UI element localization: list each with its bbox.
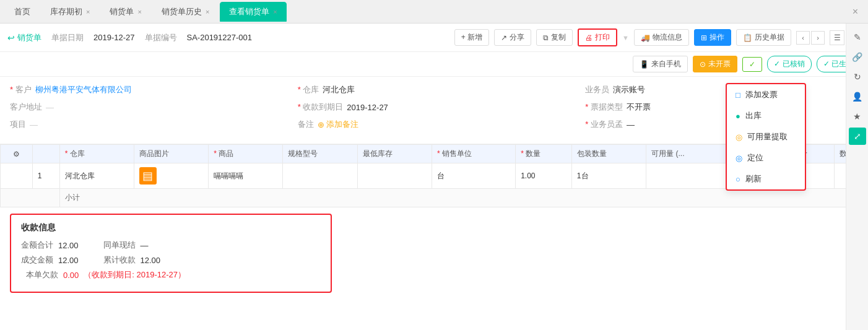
total-received-label: 累计收款	[103, 254, 136, 266]
phone-icon: 📱	[640, 60, 649, 69]
sidebar-expand-button[interactable]: ⤢	[849, 128, 866, 145]
plus-icon: ⊕	[318, 120, 324, 129]
refresh-item[interactable]: ○ 刷新	[727, 168, 805, 189]
staff-field: 业务员 演示账号	[585, 84, 858, 95]
outstanding-field: 本单欠款 0.00 （收款到期日: 2019-12-27）	[21, 269, 186, 280]
close-sales-tab[interactable]: ×	[137, 8, 141, 15]
address-label: 客户地址	[10, 102, 42, 113]
gear-icon[interactable]: ⚙	[13, 150, 20, 158]
print-icon: 🖨	[585, 33, 592, 42]
outbound-item[interactable]: ● 出库	[727, 105, 805, 126]
nav-arrows: ‹ ›	[796, 31, 825, 45]
close-view-sales-tab[interactable]: ×	[273, 8, 277, 15]
copy-button[interactable]: ⧉ 复制	[536, 29, 573, 46]
tab-home[interactable]: 首页	[5, 2, 40, 22]
tab-sales[interactable]: 销货单 ×	[100, 2, 150, 22]
outstanding-suffix: （收款到期日: 2019-12-27）	[84, 269, 186, 280]
payment-date-field: 收款到期日 2019-12-27	[298, 102, 571, 113]
locate-icon: ◎	[736, 154, 742, 163]
deal-amount-field: 成交金额 12.00	[21, 254, 79, 266]
deal-amount-label: 成交金额	[21, 254, 53, 266]
close-sales-history-tab[interactable]: ×	[206, 8, 209, 15]
row-gear	[1, 163, 33, 189]
payment-info-title: 收款信息	[21, 222, 321, 233]
locate-item[interactable]: ◎ 定位	[727, 147, 805, 168]
tab-sales-history[interactable]: 销货单历史 ×	[152, 2, 219, 22]
share-icon: ↗	[501, 33, 507, 42]
same-order-settle-field: 同单现结 —	[103, 240, 149, 251]
col-product-img: 商品图片	[134, 145, 208, 163]
warehouse-value: 河北仓库	[323, 84, 355, 95]
col-qty: * 数量	[516, 145, 572, 163]
outbound-icon: ●	[736, 111, 740, 121]
subtotal-gear	[1, 189, 60, 207]
tab-view-sales[interactable]: 查看销货单 ×	[220, 2, 286, 22]
window-close-button[interactable]: ×	[848, 6, 863, 17]
nav-prev-button[interactable]: ‹	[796, 31, 810, 45]
not-opened-button[interactable]: ⊙ 未开票	[693, 56, 737, 72]
sidebar-star-button[interactable]: ★	[849, 108, 866, 125]
row-min-stock	[357, 163, 432, 189]
payment-info: 收款信息 金额合计 12.00 同单现结 — 成交金额 12.00 累计收款	[10, 214, 332, 293]
address-field: 客户地址 —	[10, 102, 283, 113]
total-received-value: 12.00	[141, 256, 161, 265]
row-product-img: ▤	[134, 163, 208, 189]
sales-staff-label: 业务员孟	[585, 119, 623, 130]
outstanding-label2: 本单欠款	[26, 269, 58, 280]
invoice-icon: □	[736, 90, 740, 100]
deal-amount-value: 12.00	[58, 256, 79, 265]
note-field: 备注 ⊕ 添加备注	[298, 119, 571, 130]
ticket-icon: ⊙	[700, 60, 706, 69]
from-phone-button[interactable]: 📱 来自手机	[633, 56, 688, 72]
available-qty-item[interactable]: ◎ 可用量提取	[727, 126, 805, 147]
sales-order-icon: ↩	[7, 33, 15, 43]
history-button[interactable]: 📋 历史单据	[736, 29, 791, 46]
outbound-label: 出库	[745, 110, 762, 121]
status-sold-button[interactable]: ✓ 已核销	[767, 56, 811, 72]
sidebar-edit-button[interactable]: ✎	[849, 28, 866, 46]
row-pack-qty: 1台	[571, 163, 646, 189]
subtotal-label: 小计	[59, 189, 867, 207]
close-inventory-tab[interactable]: ×	[86, 8, 90, 15]
list-view-button[interactable]: ☰	[830, 30, 844, 45]
history-icon: 📋	[743, 33, 752, 42]
ticket-field: 票据类型 不开票	[585, 102, 858, 113]
nav-next-button[interactable]: ›	[811, 31, 825, 45]
tab-inventory[interactable]: 库存期初 ×	[41, 2, 99, 22]
col-num	[32, 145, 59, 163]
print-button[interactable]: 🖨 打印	[578, 28, 617, 46]
copy-icon: ⧉	[543, 33, 549, 42]
col-available: 可用量 (...	[646, 145, 727, 163]
sidebar-link-button[interactable]: 🔗	[849, 48, 866, 66]
link-icon: 🔗	[852, 52, 862, 62]
check-button[interactable]: ✓	[742, 57, 762, 72]
new-button[interactable]: + 新增	[454, 29, 489, 46]
sidebar-refresh-button[interactable]: ↻	[849, 68, 866, 85]
customer-value[interactable]: 柳州粤港平安气体有限公司	[35, 84, 132, 95]
add-invoice-label: 添加发票	[745, 89, 778, 100]
payment-date-value: 2019-12-27	[347, 103, 388, 112]
total-amount-label: 金额合计	[21, 240, 53, 251]
address-value: —	[46, 103, 54, 112]
doc-meta: 单据日期 2019-12-27 单据编号 SA-20191227-001	[51, 32, 454, 43]
logistics-button[interactable]: 🚚 物流信息	[634, 29, 689, 46]
row-qty: 1.00	[516, 163, 572, 189]
doc-type-label: 销货单	[17, 32, 41, 43]
share-button[interactable]: ↗ 分享	[494, 29, 531, 46]
col-sales-unit: * 销售单位	[432, 145, 516, 163]
available-qty-label: 可用量提取	[747, 131, 788, 142]
secondary-toolbar: 📱 来自手机 ⊙ 未开票 ✓ ✓ 已核销 ✓ 已生效	[0, 52, 868, 77]
operate-dropdown: □ 添加发票 ● 出库 ◎ 可用量提取 ◎ 定位 ○ 刷新	[726, 83, 806, 191]
star-icon: ★	[853, 111, 861, 121]
add-invoice-item[interactable]: □ 添加发票	[727, 84, 805, 105]
col-gear: ⚙	[1, 145, 33, 163]
staff-value: 演示账号	[613, 84, 645, 95]
row-available	[646, 163, 727, 189]
sales-staff-field: 业务员孟 —	[585, 119, 858, 130]
payment-date-label: 收款到期日	[298, 102, 344, 113]
sidebar-user-button[interactable]: 👤	[849, 88, 866, 105]
add-note-button[interactable]: ⊕ 添加备注	[318, 119, 358, 130]
subtotal-row: 小计	[1, 189, 868, 207]
warehouse-field: 仓库 河北仓库	[298, 84, 571, 95]
operate-button[interactable]: ⊞ 操作	[694, 29, 731, 46]
